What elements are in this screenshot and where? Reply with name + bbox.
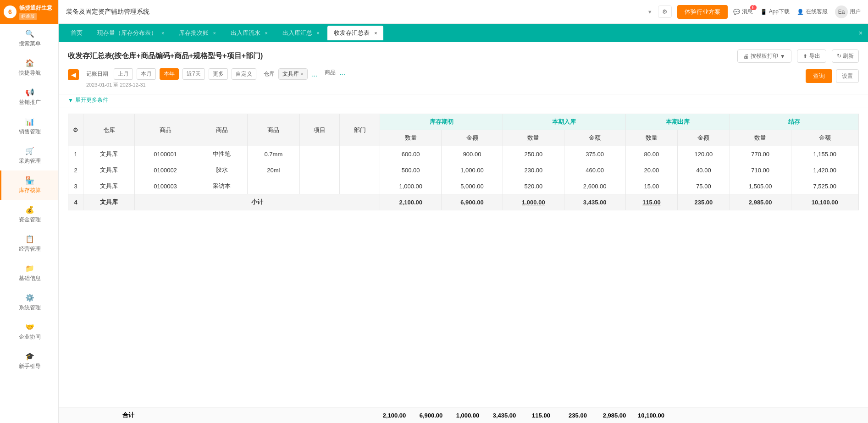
- warehouse-more[interactable]: ...: [311, 70, 317, 78]
- user-label: 用户: [850, 8, 861, 16]
- sidebar-item-quick-nav[interactable]: 🏠 快捷导航: [0, 53, 58, 82]
- col-in-qty-header: 数量: [503, 130, 564, 146]
- sidebar-item-enterprise[interactable]: 🤝 企业协同: [0, 317, 58, 346]
- avatar: Ea: [835, 5, 848, 18]
- date-filters: 记账日期 上月 本月 本年 近7天 更多 自定义: [86, 68, 256, 80]
- query-button[interactable]: 查询: [806, 69, 832, 83]
- expand-more-button[interactable]: ▼ 展开更多条件: [68, 96, 108, 104]
- row-out-qty[interactable]: 15.00: [625, 178, 678, 194]
- warehouse-tag-close[interactable]: ×: [301, 71, 304, 77]
- date-btn-custom[interactable]: 自定义: [232, 68, 256, 80]
- filter-settings-button[interactable]: 设置: [836, 69, 859, 83]
- purchase-icon: 🛒: [25, 147, 34, 155]
- data-table: ⚙ 仓库 商品 商品 商品 项目 部门 库存期初 本期入库 本期出库 结存: [68, 114, 859, 210]
- app-download-label: App下载: [769, 8, 790, 16]
- enterprise-icon: 🤝: [25, 323, 34, 331]
- tab-inout-summary-label: 出入库汇总: [282, 29, 312, 37]
- date-btn-this-year[interactable]: 本年: [160, 68, 179, 80]
- sidebar-item-search[interactable]: 🔍 搜索菜单: [0, 24, 58, 53]
- date-range: 2023-01-01 至 2023-12-31: [86, 82, 256, 88]
- total-out-qty: 115.00: [523, 412, 559, 419]
- goods-label: 商品: [325, 69, 336, 77]
- goods-more[interactable]: ...: [339, 68, 345, 77]
- settings-button[interactable]: ⚙: [658, 5, 672, 18]
- row-department: [340, 146, 380, 162]
- tab-inout-summary[interactable]: 出入库汇总 ×: [276, 26, 326, 40]
- finance-icon: 💰: [25, 205, 34, 214]
- date-btn-last-month[interactable]: 上月: [114, 68, 133, 80]
- subtotal-open-qty: 2,100.00: [380, 194, 442, 210]
- row-open-qty: 600.00: [380, 146, 442, 162]
- date-label: 记账日期: [86, 70, 108, 78]
- sales-icon: 📊: [25, 117, 34, 126]
- system-title: 装备及固定资产辅助管理系统: [66, 8, 642, 16]
- sidebar-item-purchase[interactable]: 🛒 采购管理: [0, 141, 58, 170]
- system-selector[interactable]: ▼: [647, 9, 652, 15]
- row-project: [299, 178, 340, 194]
- row-warehouse: 文具库: [83, 146, 135, 162]
- online-service-action[interactable]: 👤 在线客服: [797, 8, 828, 16]
- tab-inout-flow[interactable]: 出入库流水 ×: [224, 26, 274, 40]
- col-bal-qty-header: 数量: [730, 130, 791, 146]
- row-in-qty[interactable]: 230.00: [503, 162, 564, 178]
- tab-recv-send-close[interactable]: ×: [374, 31, 377, 36]
- row-out-qty[interactable]: 80.00: [625, 146, 678, 162]
- tab-inout-summary-close[interactable]: ×: [317, 31, 320, 36]
- row-goods-code: 0100002: [135, 162, 196, 178]
- subtotal-out-amt: 235.00: [678, 194, 730, 210]
- tab-recv-send[interactable]: 收发存汇总表 ×: [327, 26, 383, 40]
- trial-button[interactable]: 体验行业方案: [677, 5, 728, 19]
- row-department: [340, 162, 380, 178]
- row-out-amt: 40.00: [678, 162, 730, 178]
- print-button[interactable]: 🖨 按模板打印 ▼: [737, 49, 791, 63]
- app-download-action[interactable]: 📱 App下载: [760, 8, 790, 16]
- tab-batch-close[interactable]: ×: [213, 31, 216, 36]
- date-btn-this-month[interactable]: 本月: [137, 68, 156, 80]
- message-action[interactable]: 💬 消息 6: [733, 8, 753, 16]
- row-no: 3: [68, 178, 83, 194]
- table-settings-header[interactable]: ⚙: [68, 114, 83, 146]
- mobile-icon: 📱: [760, 9, 767, 15]
- table-row: 2 文具库 0100002 胶水 20ml 500.00 1,000.00 23…: [68, 162, 859, 178]
- refresh-button[interactable]: ↻ 刷新: [832, 49, 859, 63]
- col-goods-code-header: 商品: [135, 114, 196, 146]
- tab-inout-flow-close[interactable]: ×: [265, 31, 268, 36]
- sidebar-item-marketing[interactable]: 📢 营销推广: [0, 82, 58, 112]
- goods-filter-group: 商品 ...: [325, 68, 345, 77]
- date-btn-more[interactable]: 更多: [209, 68, 228, 80]
- row-bal-qty: 770.00: [730, 146, 791, 162]
- row-open-amt: 5,000.00: [442, 178, 503, 194]
- row-in-qty[interactable]: 520.00: [503, 178, 564, 194]
- sidebar-item-guide[interactable]: 🎓 新手引导: [0, 346, 58, 376]
- row-in-amt: 375.00: [564, 146, 625, 162]
- date-btn-7days[interactable]: 近7天: [182, 68, 205, 80]
- tab-home[interactable]: 首页: [64, 26, 89, 40]
- sidebar-item-basic[interactable]: 📁 基础信息: [0, 258, 58, 288]
- search-icon: 🔍: [25, 29, 34, 38]
- tab-inout-flow-label: 出入库流水: [231, 29, 260, 37]
- export-button[interactable]: ⬆ 导出: [797, 49, 826, 63]
- total-in-amt: 3,435.00: [486, 412, 523, 419]
- sidebar-item-system[interactable]: ⚙️ 系统管理: [0, 288, 58, 317]
- tab-batch-label: 库存批次账: [179, 29, 209, 37]
- total-open-qty: 2,100.00: [376, 412, 413, 419]
- col-period-out-header: 本期出库: [625, 114, 730, 130]
- user-action[interactable]: Ea 用户: [835, 5, 861, 18]
- tab-batch[interactable]: 库存批次账 ×: [172, 26, 222, 40]
- subtotal-in-amt: 3,435.00: [564, 194, 625, 210]
- sidebar-item-inventory[interactable]: 🏪 库存核算: [0, 170, 58, 200]
- sidebar-item-sales[interactable]: 📊 销售管理: [0, 112, 58, 141]
- chevron-down-icon: ▼: [780, 53, 785, 60]
- tab-stock-dist-close[interactable]: ×: [161, 31, 164, 36]
- sidebar-item-finance[interactable]: 💰 资金管理: [0, 200, 58, 229]
- col-warehouse-header: 仓库: [83, 114, 135, 146]
- sidebar-item-label: 系统管理: [19, 304, 41, 312]
- home-icon: 🏠: [25, 59, 34, 67]
- tab-close-all[interactable]: ×: [859, 29, 862, 37]
- filter-expand-button[interactable]: ◀: [68, 69, 79, 80]
- row-in-amt: 460.00: [564, 162, 625, 178]
- row-in-qty[interactable]: 250.00: [503, 146, 564, 162]
- sidebar-item-operations[interactable]: 📋 经营管理: [0, 229, 58, 258]
- row-out-qty[interactable]: 20.00: [625, 162, 678, 178]
- tab-stock-dist[interactable]: 现存量（库存分布表） ×: [91, 26, 171, 40]
